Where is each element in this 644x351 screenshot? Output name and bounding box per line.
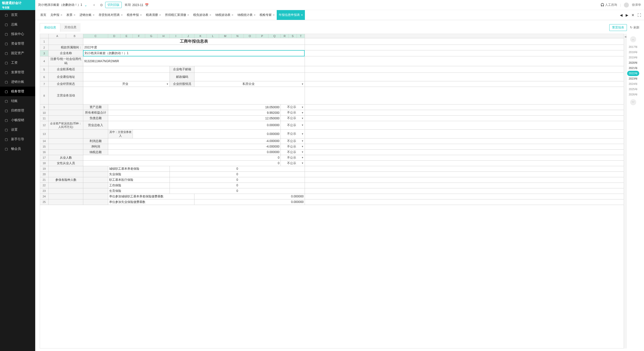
column-header[interactable]: O (244, 34, 256, 38)
cell[interactable]: 所有者权益合计 (83, 110, 108, 115)
row-header[interactable]: 1 (40, 38, 49, 45)
row-header[interactable]: 25 (40, 199, 49, 205)
close-icon[interactable]: ✕ (301, 14, 303, 16)
cell[interactable]: 企业电子邮箱 (170, 66, 194, 73)
column-header[interactable]: T (297, 34, 305, 38)
cell[interactable] (83, 199, 108, 205)
refresh-button[interactable]: ↻ 刷新 (630, 25, 639, 30)
row-header[interactable]: 9 (40, 104, 49, 110)
cell[interactable]: 0 (170, 172, 305, 177)
cell[interactable]: 失业保险 (108, 172, 170, 177)
cell[interactable] (49, 166, 83, 171)
year-up-icon[interactable]: ︿ (630, 36, 636, 42)
cell[interactable] (194, 73, 305, 81)
cell[interactable]: 企业控股情况 (170, 81, 194, 87)
sidebar-item-ledger[interactable]: ▢总账 (0, 20, 35, 29)
cell[interactable]: 开业▼ (83, 81, 170, 87)
close-icon[interactable]: ✕ (254, 14, 256, 16)
cell[interactable]: 0.000000 (108, 121, 281, 129)
close-icon[interactable]: ✕ (73, 14, 75, 16)
cell[interactable]: 0 (170, 188, 305, 194)
account-selector[interactable]: 刘小艳演示账套（勿删勿动！）1 ⌄ (38, 3, 87, 7)
cell[interactable]: 不公示▼ (281, 155, 305, 160)
year-button[interactable]: 2022年 (627, 71, 639, 76)
row-header[interactable]: 16 (40, 150, 49, 155)
calendar-icon[interactable]: 📅 (145, 3, 149, 7)
sidebar-item-vip[interactable]: ▢畅会员 (0, 144, 35, 154)
reset-report-button[interactable]: 重置报表 (609, 24, 627, 31)
column-header[interactable]: Q (268, 34, 281, 38)
close-icon[interactable]: ✕ (93, 14, 95, 16)
cell[interactable]: 私营企业▼ (194, 81, 305, 87)
tab[interactable]: 纳税波动表✕ (213, 10, 235, 20)
row-header[interactable]: 2 (40, 45, 49, 50)
cell[interactable]: 企业联系电话 (49, 66, 83, 73)
column-header[interactable]: B (66, 34, 83, 38)
tab[interactable]: 税检专家✕ (258, 10, 277, 20)
gear-icon[interactable]: ⚙ (100, 3, 103, 7)
tab-close-all-icon[interactable]: ✕ (631, 13, 634, 17)
column-header[interactable]: G (145, 34, 157, 38)
cell[interactable]: 企业经营状态 (49, 81, 83, 87)
cell[interactable]: 0 (83, 161, 281, 166)
column-header[interactable]: K (194, 34, 207, 38)
close-icon[interactable]: ✕ (187, 14, 189, 16)
cell[interactable]: 工商年报信息表 (83, 38, 305, 45)
tab[interactable]: 税表清册✕ (144, 10, 163, 20)
cell[interactable]: 0 (170, 183, 305, 188)
cell[interactable] (49, 188, 83, 194)
row-header[interactable]: 3 (40, 50, 49, 56)
row-header[interactable]: 7 (40, 81, 49, 87)
cell[interactable] (83, 73, 170, 81)
cell[interactable]: 9.992000 (108, 110, 281, 115)
cell[interactable]: 城镇职工基本养老保险 (108, 166, 170, 171)
cell[interactable]: 女性从业人员 (49, 161, 83, 166)
row-header[interactable]: 24 (40, 194, 49, 199)
cell[interactable]: 2022年度 (83, 45, 305, 50)
cell[interactable]: 企业资产状况信息(币种：人民币万元) (49, 121, 83, 129)
cell[interactable] (83, 172, 108, 177)
cell[interactable] (49, 104, 83, 110)
row-header[interactable]: 11 (40, 116, 49, 121)
column-header[interactable]: C (83, 34, 108, 38)
tab-next-icon[interactable]: ▶ (626, 13, 628, 17)
cell[interactable]: 资产总额 (83, 104, 108, 110)
switch-old-version-button[interactable]: 切到旧版 (105, 2, 122, 8)
cell[interactable]: 0.000000 (194, 194, 305, 199)
cell[interactable]: 91320811MA7NGR2W6R (83, 56, 305, 66)
row-header[interactable]: 17 (40, 155, 49, 160)
cell[interactable]: 18.050000 (108, 104, 281, 110)
cell[interactable]: 主营业务活动 (49, 87, 83, 104)
cell[interactable]: 利润总额 (83, 138, 108, 144)
cell[interactable]: 不公示▼ (281, 138, 305, 144)
cell[interactable] (83, 66, 170, 73)
collapse-panel-icon[interactable]: ◀ (624, 34, 627, 348)
cell[interactable]: 纳税总额 (83, 150, 108, 155)
year-button[interactable]: 2021年 (627, 65, 639, 71)
year-button[interactable]: 2023年 (627, 76, 639, 81)
subtab[interactable]: 其他信息 (60, 23, 80, 32)
sidebar-item-inout[interactable]: ▢进销台账 (0, 77, 35, 87)
cell[interactable]: 不公示▼ (281, 150, 305, 155)
chevron-down-icon[interactable]: ⌄ (84, 3, 87, 7)
cell[interactable]: 企业通信地址 (49, 73, 83, 81)
cell[interactable] (49, 172, 83, 177)
sidebar-item-report[interactable]: ▢报表中心 (0, 29, 35, 39)
cell[interactable] (83, 177, 108, 183)
cell[interactable]: 工伤保险 (108, 183, 170, 188)
cell[interactable]: -4.000000 (108, 138, 281, 144)
cell[interactable]: 其中：主营业务收入 (108, 130, 133, 138)
cell[interactable]: 不公示▼ (281, 161, 305, 166)
cell[interactable]: 0 (83, 155, 281, 160)
cell[interactable]: 不公示▼ (281, 104, 305, 110)
close-icon[interactable]: ✕ (231, 14, 233, 16)
column-header[interactable]: M (219, 34, 231, 38)
chevron-down-icon[interactable]: ▼ (301, 112, 304, 114)
cell[interactable] (49, 130, 83, 138)
cell[interactable] (49, 116, 83, 121)
chevron-down-icon[interactable]: ▼ (301, 162, 304, 164)
cell[interactable] (49, 199, 83, 205)
column-header[interactable]: E (120, 34, 133, 38)
cell[interactable]: 0.000000 (133, 130, 281, 138)
cell[interactable] (83, 183, 108, 188)
